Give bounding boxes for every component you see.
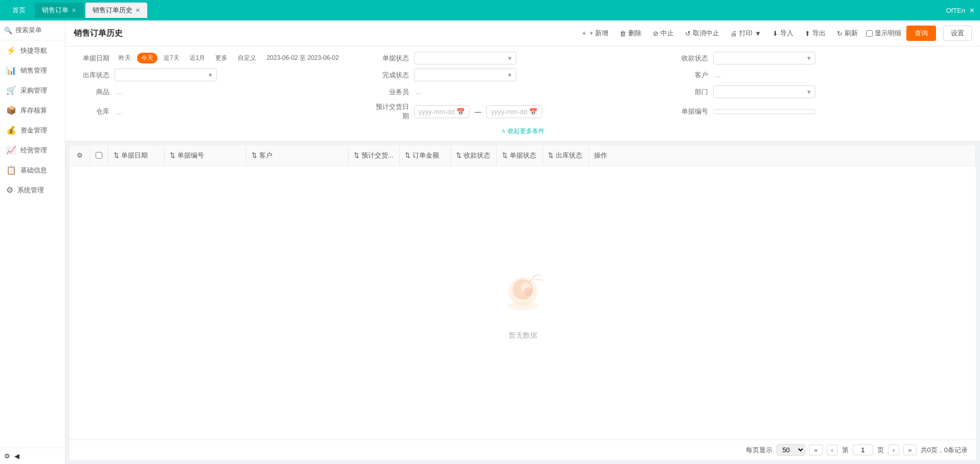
delivery-date-to[interactable]: yyyy-mm-dd 📅 <box>486 105 542 118</box>
close-tab-sales-order[interactable]: ✕ <box>72 7 76 14</box>
warehouse-status-select[interactable]: ▾ <box>115 69 217 81</box>
complete-status-arrow: ▾ <box>508 71 512 79</box>
customer-select[interactable]: ... <box>715 71 721 79</box>
main-layout: 🔍 搜索菜单 ⚡ 快捷导航 📊 销售管理 🛒 采购管理 📦 库存核算 💰 资金管… <box>0 20 980 464</box>
pill-yesterday[interactable]: 昨天 <box>115 53 135 63</box>
th-customer[interactable]: ⇅ 客户 <box>246 145 349 165</box>
top-bar: 首页 销售订单 ✕ 销售订单历史 ✕ OfTEn ✕ <box>0 0 980 20</box>
customer-content: ... <box>713 71 972 79</box>
display-detail-checkbox[interactable] <box>866 30 873 37</box>
order-number-input[interactable] <box>713 109 815 114</box>
sidebar-item-basic-info[interactable]: 📋 基础信息 <box>0 160 65 180</box>
payment-status-select[interactable]: ▾ <box>713 52 815 64</box>
select-all-checkbox[interactable] <box>96 152 102 159</box>
sidebar: 🔍 搜索菜单 ⚡ 快捷导航 📊 销售管理 🛒 采购管理 📦 库存核算 💰 资金管… <box>0 20 65 464</box>
display-detail-check[interactable]: 显示明细 <box>866 29 901 38</box>
refresh-button[interactable]: ↻ 刷新 <box>834 27 861 40</box>
sidebar-item-purchase[interactable]: 🛒 采购管理 <box>0 80 65 100</box>
complete-status-select[interactable]: ▾ <box>414 69 516 81</box>
order-status-select[interactable]: ▾ <box>414 52 516 64</box>
sidebar-item-label: 基础信息 <box>20 166 47 175</box>
sidebar-item-label: 采购管理 <box>20 86 47 95</box>
sidebar-search[interactable]: 🔍 搜索菜单 <box>0 20 65 40</box>
pill-today[interactable]: 今天 <box>137 53 157 63</box>
table-footer: 每页显示 50 10 20 100 « ‹ 第 页 › » 共0页，0条记录 <box>70 439 976 460</box>
print-button[interactable]: 🖨 打印 ▼ <box>727 27 764 40</box>
table-header: ⚙ ⇅ 单据日期 ⇅ 单据编号 ⇅ 客户 ⇅ <box>70 145 976 166</box>
sidebar-collapse-icon[interactable]: ◀ <box>14 452 19 460</box>
sidebar-settings-icon[interactable]: ⚙ <box>4 452 10 460</box>
stop-button[interactable]: ⊘ 中止 <box>650 27 677 40</box>
th-settings[interactable]: ⚙ <box>70 145 90 165</box>
sidebar-item-label: 经营管理 <box>20 146 47 155</box>
export-button[interactable]: ⬆ 导出 <box>802 27 829 40</box>
toolbar: ＋ + 新增 🗑 删除 ⊘ 中止 ↺ 取消中止 🖨 打印 <box>578 26 972 41</box>
close-tab-history[interactable]: ✕ <box>135 7 140 14</box>
department-select[interactable]: ▾ <box>713 85 815 98</box>
next-page-button[interactable]: › <box>888 445 899 455</box>
sidebar-item-inventory[interactable]: 📦 库存核算 <box>0 100 65 120</box>
sidebar-item-system[interactable]: ⚙ 系统管理 <box>0 180 65 200</box>
date-pills: 昨天 今天 近7天 近1月 更多 自定义 <box>115 53 260 63</box>
tab-sales-order-history[interactable]: 销售订单历史 ✕ <box>85 3 147 18</box>
th-warehouse-status[interactable]: ⇅ 出库状态 <box>543 145 589 165</box>
top-close-btn[interactable]: ✕ <box>969 7 975 14</box>
warehouse-label: 仓库 <box>74 107 115 116</box>
th-status[interactable]: ⇅ 单据状态 <box>497 145 543 165</box>
sidebar-item-management[interactable]: 📈 经营管理 <box>0 140 65 160</box>
management-icon: 📈 <box>6 145 16 155</box>
last-page-button[interactable]: » <box>903 445 916 455</box>
th-order[interactable]: ⇅ 单据编号 <box>165 145 246 165</box>
new-button[interactable]: ＋ + 新增 <box>578 27 611 40</box>
filter-area: 单据日期 昨天 今天 近7天 近1月 更多 自定义 2023-06-02 至 2… <box>65 47 980 141</box>
first-page-button[interactable]: « <box>809 445 822 455</box>
th-delivery[interactable]: ⇅ 预计交货... <box>349 145 400 165</box>
department-arrow: ▾ <box>807 88 811 96</box>
th-date[interactable]: ⇅ 单据日期 <box>108 145 165 165</box>
sidebar-item-finance[interactable]: 💰 资金管理 <box>0 120 65 140</box>
product-select[interactable]: ... <box>117 88 122 96</box>
pill-more[interactable]: 更多 <box>211 53 232 63</box>
complete-status-content: ▾ <box>414 69 673 81</box>
import-button[interactable]: ⬇ 导入 <box>769 27 796 40</box>
page-size-select[interactable]: 50 10 20 100 <box>777 444 805 456</box>
date-range-display: 2023-06-02 至 2023-06-02 <box>266 54 338 62</box>
sort-icon: ⇅ <box>170 151 175 159</box>
delivery-date-content: yyyy-mm-dd 📅 — yyyy-mm-dd 📅 <box>414 105 673 118</box>
sidebar-item-label: 库存核算 <box>20 106 47 115</box>
warehouse-status-content: ▾ <box>115 69 373 81</box>
tab-home[interactable]: 首页 <box>5 3 33 18</box>
pill-custom[interactable]: 自定义 <box>234 53 260 63</box>
th-payment[interactable]: ⇅ 收款状态 <box>451 145 497 165</box>
salesperson-select[interactable]: ... <box>416 88 422 96</box>
filter-row-3: 商品 ... 业务员 ... 部门 ▾ <box>74 85 972 98</box>
date-label: 单据日期 <box>74 54 115 63</box>
payment-status-content: ▾ <box>713 52 972 64</box>
sidebar-item-sales[interactable]: 📊 销售管理 <box>0 60 65 80</box>
delivery-date-from[interactable]: yyyy-mm-dd 📅 <box>414 105 470 118</box>
sidebar-item-quick-nav[interactable]: ⚡ 快捷导航 <box>0 40 65 60</box>
sidebar-bottom: ⚙ ◀ <box>0 448 65 464</box>
setting-button[interactable]: 设置 <box>943 26 972 41</box>
warehouse-select[interactable]: ... <box>117 108 122 116</box>
cancel-stop-icon: ↺ <box>685 30 691 37</box>
delete-button[interactable]: 🗑 删除 <box>617 27 645 40</box>
th-checkbox[interactable] <box>90 145 108 165</box>
prev-page-button[interactable]: ‹ <box>827 445 838 455</box>
th-amount[interactable]: ⇅ 订单金额 <box>400 145 451 165</box>
query-button[interactable]: 查询 <box>906 26 936 41</box>
pill-7days[interactable]: 近7天 <box>159 53 184 63</box>
basic-info-icon: 📋 <box>6 165 16 175</box>
tab-sales-order[interactable]: 销售订单 ✕ <box>35 3 83 18</box>
warehouse-content: ... <box>115 108 373 116</box>
sort-icon: ⇅ <box>354 151 359 159</box>
pill-1month[interactable]: 近1月 <box>186 53 210 63</box>
warehouse-status-arrow: ▾ <box>209 71 212 79</box>
cancel-stop-button[interactable]: ↺ 取消中止 <box>682 27 722 40</box>
sidebar-item-label: 快捷导航 <box>20 46 47 55</box>
stop-icon: ⊘ <box>653 30 658 37</box>
page-number-input[interactable] <box>853 445 873 455</box>
delivery-date-label: 预计交货日期 <box>373 102 414 121</box>
content-area: 销售订单历史 ＋ + 新增 🗑 删除 ⊘ 中止 ↺ 取消中止 <box>65 20 980 464</box>
collapse-bar[interactable]: ∧ 收起更多条件 <box>74 125 972 136</box>
